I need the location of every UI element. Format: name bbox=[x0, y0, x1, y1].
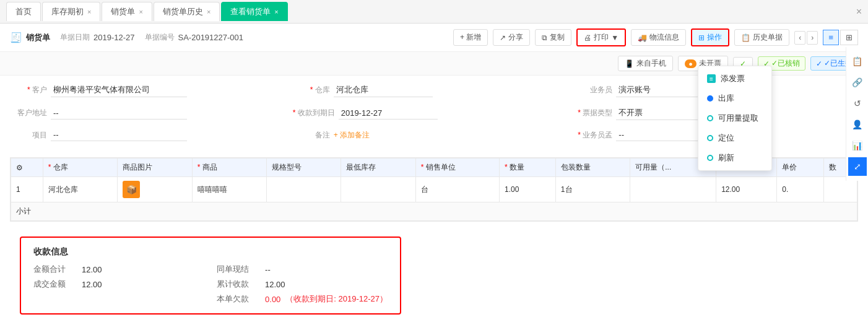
sidebar-chart-icon[interactable]: 📊 bbox=[848, 136, 867, 155]
row-img: 📦 bbox=[118, 177, 192, 202]
col-settings[interactable]: ⚙ bbox=[11, 158, 43, 177]
dropdown-refresh[interactable]: 刷新 bbox=[698, 148, 771, 168]
dropdown-locate[interactable]: 定位 bbox=[698, 128, 771, 148]
outbound-icon bbox=[707, 95, 713, 102]
locate-icon bbox=[707, 135, 713, 141]
col-img: 商品图片 bbox=[118, 158, 192, 177]
share-button[interactable]: ↗ 分享 bbox=[493, 29, 530, 46]
col-min-stock: 最低库存 bbox=[341, 158, 415, 177]
doc-no-group: 单据编号 SA-20191227-001 bbox=[145, 32, 244, 43]
dropdown-outbound[interactable]: 出库 bbox=[698, 89, 771, 108]
doc-title: 🧾 销货单 bbox=[10, 32, 50, 43]
sidebar-expand-icon[interactable]: ⤢ bbox=[848, 157, 867, 176]
address-value: -- bbox=[51, 107, 187, 119]
grid-view-button[interactable]: ⊞ bbox=[840, 30, 858, 45]
tab-history-close[interactable]: × bbox=[207, 8, 210, 15]
tab-history[interactable]: 销货单历史 × bbox=[154, 2, 220, 21]
print-button-label: 打印 bbox=[594, 32, 609, 43]
row-qty: 1.00 bbox=[500, 177, 556, 202]
tab-sales-close[interactable]: × bbox=[139, 8, 142, 15]
staff2-label: 业务员孟 bbox=[575, 130, 612, 141]
row-available bbox=[630, 177, 716, 202]
owed-label: 本单欠款 bbox=[217, 293, 260, 305]
phone-icon: 📱 bbox=[625, 59, 634, 68]
history-button[interactable]: 📋 历史单据 bbox=[734, 29, 789, 46]
subtotal-label: 小计 bbox=[11, 202, 857, 221]
due-date-label: 收款到期日 bbox=[293, 108, 335, 118]
dropdown-available[interactable]: 可用量提取 bbox=[698, 108, 771, 128]
col-warehouse: 仓库 bbox=[43, 158, 117, 177]
total-value: 12.00 bbox=[82, 265, 102, 274]
tab-sales[interactable]: 销货单 × bbox=[102, 2, 152, 21]
main-container: 🧾 销货单 单据日期 2019-12-27 单据编号 SA-20191227-0… bbox=[0, 24, 868, 330]
no-label: 单据编号 bbox=[145, 32, 175, 43]
from-phone-button[interactable]: 📱 来自手机 bbox=[618, 56, 673, 71]
doc-actions: + 新增 ↗ 分享 ⧉ 复制 🖨 打印 ▼ 🚚 物流信息 ⊞ 操作 bbox=[453, 28, 858, 46]
tab-view-sales-close[interactable]: × bbox=[274, 8, 278, 15]
operation-button[interactable]: ⊞ 操作 bbox=[691, 28, 729, 46]
sidebar-user-icon[interactable]: 👤 bbox=[848, 115, 867, 134]
due-date-group: 收款到期日 2019-12-27 bbox=[293, 107, 576, 119]
from-phone-label: 来自手机 bbox=[636, 58, 666, 69]
col-price: 单价 bbox=[777, 158, 824, 177]
owed-value: 0.00 bbox=[265, 295, 280, 304]
col-pkg: 包装数量 bbox=[555, 158, 630, 177]
tab-inventory-close[interactable]: × bbox=[87, 8, 91, 15]
col-product: 商品 bbox=[192, 158, 266, 177]
customer-label: 客户 bbox=[10, 85, 47, 95]
new-button[interactable]: + 新增 bbox=[453, 29, 488, 46]
doc-title-text: 销货单 bbox=[26, 32, 50, 43]
nav-arrows: ‹ › bbox=[794, 31, 818, 45]
list-view-button[interactable]: ≡ bbox=[823, 30, 839, 45]
print-dropdown-arrow: ▼ bbox=[611, 33, 618, 42]
tab-inventory[interactable]: 库存期初 × bbox=[42, 2, 100, 21]
row-price: 0. bbox=[777, 177, 824, 202]
copy-button-label: 复制 bbox=[550, 32, 565, 43]
tab-bar: 首页 库存期初 × 销货单 × 销货单历史 × 查看销货单 × × bbox=[0, 0, 868, 24]
date-label: 单据日期 bbox=[60, 32, 90, 43]
add-note-button[interactable]: + 添加备注 bbox=[334, 130, 370, 141]
doc-date-group: 单据日期 2019-12-27 bbox=[60, 32, 135, 43]
next-button[interactable]: › bbox=[807, 31, 818, 45]
copy-button[interactable]: ⧉ 复制 bbox=[535, 29, 571, 46]
logistics-button-label: 物流信息 bbox=[649, 32, 679, 43]
row-product: 嘻嘻嘻嘻 bbox=[192, 177, 266, 202]
due-date-note: （收款到期日: 2019-12-27） bbox=[285, 293, 388, 305]
same-order-value: -- bbox=[265, 265, 271, 274]
print-button[interactable]: 🖨 打印 ▼ bbox=[576, 28, 626, 46]
tab-sales-label: 销货单 bbox=[111, 6, 135, 17]
effect-icon: ✓ bbox=[816, 59, 822, 68]
add-invoice-label: 添发票 bbox=[721, 73, 745, 84]
prev-button[interactable]: ‹ bbox=[794, 31, 805, 45]
doc-header: 🧾 销货单 单据日期 2019-12-27 单据编号 SA-20191227-0… bbox=[0, 24, 868, 52]
tab-home[interactable]: 首页 bbox=[6, 2, 41, 21]
logistics-icon: 🚚 bbox=[638, 33, 647, 42]
sidebar-refresh-icon[interactable]: ↺ bbox=[848, 94, 867, 113]
date-value: 2019-12-27 bbox=[93, 33, 135, 42]
row-warehouse: 河北仓库 bbox=[43, 177, 117, 202]
note-group: 备注 + 添加备注 bbox=[293, 130, 576, 141]
tab-bar-close[interactable]: × bbox=[856, 6, 862, 17]
new-button-label: + 新增 bbox=[460, 32, 481, 43]
share-button-label: 分享 bbox=[508, 32, 523, 43]
project-value: -- bbox=[51, 129, 187, 141]
refresh-icon bbox=[707, 155, 713, 161]
payment-info-grid: 金额合计 12.00 同单现结 -- 成交金额 12.00 累计收款 12.00… bbox=[33, 264, 388, 305]
tab-home-label: 首页 bbox=[15, 6, 32, 17]
row-min-stock bbox=[341, 177, 415, 202]
logistics-button[interactable]: 🚚 物流信息 bbox=[631, 29, 686, 46]
add-note-label: 添加备注 bbox=[340, 131, 370, 139]
subtotal-row: 小计 bbox=[11, 202, 857, 221]
tab-view-sales[interactable]: 查看销货单 × bbox=[221, 2, 287, 21]
dropdown-add-invoice[interactable]: ≡ 添发票 bbox=[698, 69, 771, 89]
cumulative-value: 12.00 bbox=[265, 280, 285, 289]
row-no: 1 bbox=[11, 177, 43, 202]
warehouse-group: 仓库 河北仓库 bbox=[293, 83, 576, 97]
sidebar-link-icon[interactable]: 🔗 bbox=[848, 73, 867, 92]
view-toggle: ≡ ⊞ bbox=[823, 30, 858, 45]
sidebar-clipboard-icon[interactable]: 📋 bbox=[848, 52, 867, 71]
locate-label: 定位 bbox=[718, 132, 734, 144]
col-qty: 数量 bbox=[500, 158, 556, 177]
share-icon: ↗ bbox=[500, 33, 506, 42]
print-icon: 🖨 bbox=[584, 33, 591, 42]
